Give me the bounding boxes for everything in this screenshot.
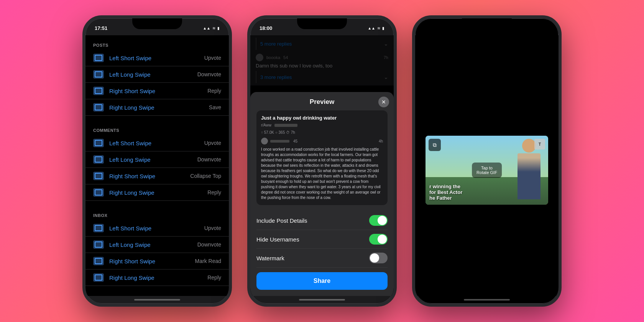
video-copy-button[interactable]: ⧉ [429,139,441,151]
share-button[interactable]: Share [256,272,388,290]
swipe-icon [93,240,104,249]
swipe-icon [93,139,104,147]
setting-value: Save [209,104,221,110]
wifi-icon: ≋ [377,26,380,30]
setting-label: Right Short Swipe [109,258,195,264]
username-hidden [274,124,297,127]
status-icons-phone1: ▲▲ ≋ ▮ [203,26,220,30]
status-bar-phone2: 18:00 ▲▲ ≋ ▮ [250,22,394,34]
setting-value: Downvote [197,156,221,163]
swipe-icon [93,87,104,95]
preview-card-title: Just a happy owl drinking water [261,115,383,121]
setting-label: Left Short Swipe [109,225,204,232]
setting-value: Reply [207,189,221,196]
section-header-inbox: INBOX [85,209,229,220]
status-icons-phone2: ▲▲ ≋ ▮ [368,26,384,30]
toggle-watermark[interactable] [369,253,388,263]
preview-sheet: Preview ✕ Just a happy owl drinking wate… [250,92,394,296]
wifi-icon: ≋ [212,26,215,30]
rotate-hint[interactable]: Tap toRotate GIF [472,163,502,178]
status-bar-phone1: 17:51 ▲▲ ≋ ▮ [85,22,229,34]
setting-value: Reply [207,88,221,94]
video-controls-top: ⧉ [429,139,441,151]
setting-row[interactable]: Left Long Swipe Downvote [85,237,229,253]
phone3: ⧉ T Tap toRotate GIF r winning the for B… [412,15,562,307]
setting-row[interactable]: Right Long Swipe Save [85,99,229,116]
preview-title: Preview [256,98,388,106]
setting-value: Downvote [197,242,221,248]
setting-row[interactable]: Right Long Swipe Reply [85,184,229,201]
setting-value: Upvote [204,225,221,231]
status-time-phone2: 18:00 [260,25,272,31]
comment-time-preview: 4h [379,139,383,143]
phone2-content: 5 more replies ⌄ boooka 54 7h Damn this … [250,35,394,296]
battery-icon: ▮ [217,26,220,30]
setting-value: Reply [207,274,221,281]
setting-row[interactable]: Left Short Swipe Upvote [85,135,229,151]
setting-row[interactable]: Left Short Swipe Upvote [85,50,229,66]
phone3-content: ⧉ T Tap toRotate GIF r winning the for B… [415,35,559,296]
caption-line1: r winning the [429,184,460,189]
section-header-comments: COMMENTS [85,123,229,135]
setting-label: Left Short Swipe [109,140,204,146]
preview-card-meta: r/Aww [261,123,383,127]
setting-label: Left Long Swipe [109,156,197,163]
swipe-icon [93,70,104,79]
commenter-name-hidden [270,140,289,143]
battery-icon: ▮ [382,26,384,30]
setting-label: Right Long Swipe [109,274,207,281]
subreddit-label: r/Aww [261,123,271,127]
preview-comment-text: I once worked on a road construction job… [261,147,383,200]
phone2: 18:00 ▲▲ ≋ ▮ 5 more replies ⌄ boooka 54 … [247,15,397,307]
swipe-icon [93,172,104,180]
setting-row[interactable]: Left Long Swipe Downvote [85,151,229,168]
setting-label: Left Short Swipe [109,55,204,61]
preview-card: Just a happy owl drinking water r/Aww ↑ … [256,110,388,205]
setting-value: Downvote [197,71,221,77]
section-header-profile-posts: PROFILE POSTS [85,294,229,296]
swipe-icon [93,224,104,232]
setting-row[interactable]: Right Long Swipe Reply [85,269,229,286]
post-stats: ↑ 57.0K ○ 365 ⏱ 7h [261,130,383,135]
setting-row[interactable]: Right Short Swipe Collapse Top [85,168,229,184]
swipe-icon [93,188,104,197]
watermark-letter: T [539,142,541,146]
setting-value: Upvote [204,140,221,146]
toggle-label-include-post: Include Post Details [256,217,369,224]
setting-label: Right Short Swipe [109,173,190,179]
status-time-phone1: 17:51 [95,25,107,31]
setting-row[interactable]: Left Short Swipe Upvote [85,220,229,237]
toggle-label-watermark: Watermark [256,255,369,261]
close-button[interactable]: ✕ [378,97,389,107]
setting-label: Left Long Swipe [109,242,197,248]
comment-header: 45 4h [261,138,383,145]
setting-value: Upvote [204,55,221,61]
phone1: 17:51 ▲▲ ≋ ▮ POSTS Left Short Swipe Upvo… [82,15,232,307]
person-head [522,139,536,153]
comment-karma-preview: 45 [293,139,297,143]
section-header-posts: POSTS [85,38,229,50]
rotate-hint-text: Tap toRotate GIF [476,166,497,175]
commenter-avatar [261,138,268,145]
setting-row[interactable]: Right Short Swipe Reply [85,83,229,99]
setting-label: Right Short Swipe [109,88,207,94]
home-indicator-phone3 [464,299,510,301]
swipe-icon [93,54,104,62]
toggle-label-hide-usernames: Hide Usernames [256,236,369,243]
toggle-include-post[interactable] [369,215,388,226]
setting-row[interactable]: Left Long Swipe Downvote [85,66,229,83]
caption-line3: he Father [429,195,452,201]
video-caption: r winning the for Best Actor he Father [429,184,525,201]
signal-icon: ▲▲ [203,26,210,30]
watermark: T [534,139,545,150]
home-indicator-phone2 [299,299,345,301]
caption-line2: for Best Actor [429,189,462,195]
swipe-icon [93,103,104,112]
preview-overlay: Preview ✕ Just a happy owl drinking wate… [250,35,394,296]
toggle-hide-usernames[interactable] [369,234,388,245]
setting-row[interactable]: Right Short Swipe Mark Read [85,253,229,269]
swipe-icon [93,257,104,265]
toggle-row-watermark: Watermark [256,249,388,268]
video-frame[interactable]: ⧉ T Tap toRotate GIF r winning the for B… [426,136,548,205]
signal-icon: ▲▲ [368,26,375,30]
